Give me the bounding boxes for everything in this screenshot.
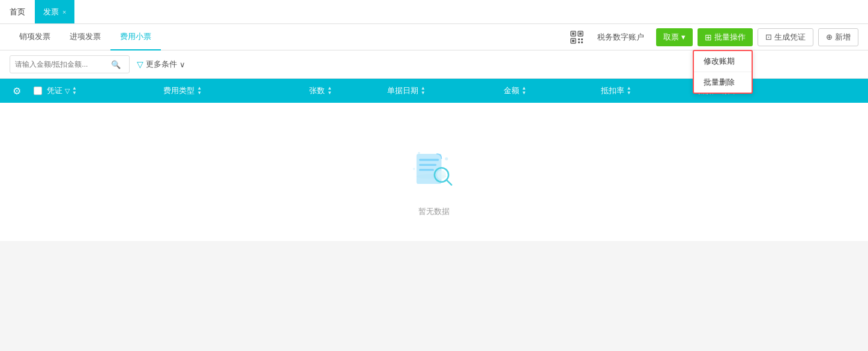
voucher-sort[interactable]: ▲▼ xyxy=(72,86,77,96)
th-voucher: 凭证 ▽ ▲▼ xyxy=(47,85,163,96)
gen-voucher-label: 生成凭证 xyxy=(774,32,806,43)
qr-code-icon[interactable] xyxy=(568,29,585,46)
amount-sort[interactable]: ▲▼ xyxy=(522,86,526,96)
date-sort[interactable]: ▲▼ xyxy=(421,86,426,96)
svg-rect-5 xyxy=(572,40,574,42)
svg-rect-13 xyxy=(419,164,436,166)
tab-sales[interactable]: 销项发票 xyxy=(10,24,60,50)
nav-tab-invoice[interactable]: 发票 × xyxy=(35,0,74,23)
svg-point-19 xyxy=(445,157,448,160)
svg-line-17 xyxy=(447,180,451,185)
svg-rect-1 xyxy=(572,32,574,35)
svg-rect-8 xyxy=(578,41,580,43)
empty-illustration xyxy=(404,139,464,199)
tax-account-button[interactable]: 税务数字账户 xyxy=(590,28,651,46)
search-input[interactable] xyxy=(15,60,111,69)
voucher-filter-icon[interactable]: ▽ xyxy=(65,87,70,95)
filter-icon: ▽ xyxy=(137,60,143,69)
th-deduct-rate: 抵扣率 ▲▼ xyxy=(601,85,698,96)
batch-op-button[interactable]: ⊞ 批量操作 xyxy=(698,28,753,46)
svg-rect-12 xyxy=(419,159,439,160)
new-button[interactable]: ⊕ 新增 xyxy=(818,28,858,46)
th-settings[interactable]: ⚙ xyxy=(5,85,29,97)
gen-voucher-icon: ⊡ xyxy=(765,32,772,41)
take-ticket-arrow: ▾ xyxy=(681,32,686,41)
top-nav: 首页 发票 × xyxy=(0,0,868,24)
th-expense-type: 费用类型 ▲▼ xyxy=(163,85,309,96)
header-checkbox[interactable] xyxy=(34,87,42,95)
th-amount: 金额 ▲▼ xyxy=(504,85,601,96)
more-conditions-label: 更多条件 xyxy=(146,59,177,70)
svg-point-18 xyxy=(418,152,420,154)
batch-op-icon: ⊞ xyxy=(705,32,712,42)
gen-voucher-button[interactable]: ⊡ 生成凭证 xyxy=(758,28,813,46)
svg-rect-6 xyxy=(578,38,580,40)
tab-purchase[interactable]: 进项发票 xyxy=(60,24,110,50)
nav-home[interactable]: 首页 xyxy=(0,0,35,23)
new-icon: ⊕ xyxy=(826,32,833,41)
th-count: 张数 ▲▼ xyxy=(309,85,387,96)
empty-state: 暂无数据 xyxy=(0,103,868,241)
batch-op-label: 批量操作 xyxy=(714,32,746,43)
settings-icon[interactable]: ⚙ xyxy=(13,85,21,97)
svg-rect-14 xyxy=(419,169,434,171)
more-conditions-button[interactable]: ▽ 更多条件 ∨ xyxy=(137,59,185,70)
svg-rect-3 xyxy=(579,32,582,35)
search-icon: 🔍 xyxy=(111,60,121,69)
th-date: 单据日期 ▲▼ xyxy=(387,85,504,96)
tab-expense[interactable]: 费用小票 xyxy=(110,24,161,50)
new-label: 新增 xyxy=(835,32,851,43)
nav-tab-close[interactable]: × xyxy=(62,8,66,16)
dropdown-batch-delete[interactable]: 批量删除 xyxy=(694,72,752,93)
expense-type-sort[interactable]: ▲▼ xyxy=(197,86,202,96)
dropdown-modify-period[interactable]: 修改账期 xyxy=(694,51,752,72)
nav-tab-label: 发票 xyxy=(43,7,59,17)
svg-point-20 xyxy=(413,168,415,169)
batch-op-container: ⊞ 批量操作 修改账期 批量删除 xyxy=(698,28,753,46)
svg-rect-9 xyxy=(581,41,583,43)
count-sort[interactable]: ▲▼ xyxy=(327,86,332,96)
svg-rect-7 xyxy=(581,38,583,40)
take-ticket-label: 取票 xyxy=(663,32,679,43)
th-checkbox[interactable] xyxy=(29,87,47,95)
more-conditions-arrow: ∨ xyxy=(179,60,185,69)
batch-op-dropdown: 修改账期 批量删除 xyxy=(693,50,753,94)
sub-toolbar: 销项发票 进项发票 费用小票 税务数字账户 取票 ▾ xyxy=(0,24,868,50)
toolbar-right: 税务数字账户 取票 ▾ ⊞ 批量操作 修改账期 批量删除 ⊡ 生成凭证 ⊕ 新增 xyxy=(568,28,858,46)
take-ticket-button[interactable]: 取票 ▾ xyxy=(656,28,693,46)
search-input-wrap[interactable]: 🔍 xyxy=(10,55,130,73)
svg-point-16 xyxy=(437,171,446,180)
deduct-rate-sort[interactable]: ▲▼ xyxy=(627,86,631,96)
empty-text: 暂无数据 xyxy=(418,206,450,217)
